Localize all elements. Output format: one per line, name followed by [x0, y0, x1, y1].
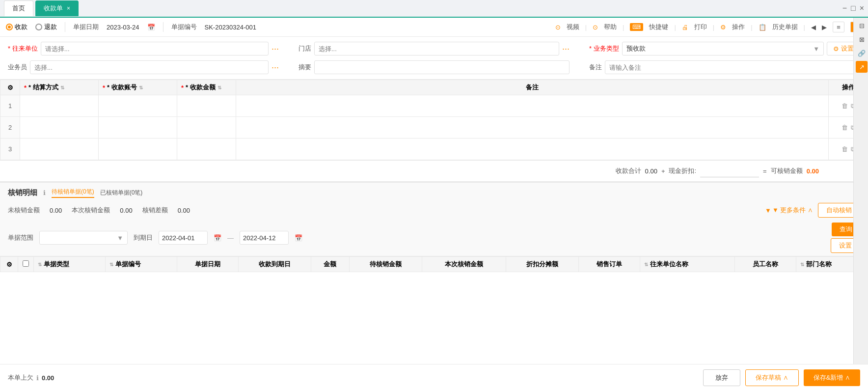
bottom-table-section: ⚙ ⇅ 单据类型 ⇅ 单据编号 [0, 256, 868, 272]
row3-delete-icon[interactable]: 🗑 [841, 145, 848, 153]
writeoff-section: 核销明细 ℹ 待核销单据(0笔) 已核销单据(0笔) 未核销金额 0.00 本次… [0, 182, 868, 256]
date-from-input[interactable] [159, 231, 208, 245]
col-settle-header: * * 结算方式 ⇅ [20, 80, 99, 95]
no-label: 单据编号 [171, 23, 197, 31]
store-input[interactable] [314, 42, 559, 56]
bt-col-cpart-sort[interactable]: ⇅ [644, 262, 648, 267]
row3-remark[interactable] [236, 139, 829, 160]
abandon-btn[interactable]: 放弃 [703, 369, 740, 386]
print-btn[interactable]: 打印 [694, 23, 707, 31]
counterpart-input[interactable] [41, 42, 269, 56]
window-controls: − □ × [842, 4, 864, 13]
tab-home[interactable]: 首页 [4, 0, 33, 16]
save-draft-btn[interactable]: 保存草稿 ∧ [745, 369, 799, 386]
sidebar-icon-1[interactable]: ⊟ [856, 20, 868, 31]
business-value: 预收款 [626, 44, 646, 53]
sort-settle[interactable]: ⇅ [60, 85, 64, 90]
unchecked-value: 0.00 [50, 207, 62, 214]
next-icon[interactable]: ▶ [822, 24, 827, 31]
bt-col-type-sort[interactable]: ⇅ [38, 262, 42, 267]
row1-amount[interactable] [177, 95, 236, 117]
bt-col-counterpart: ⇅ 往来单位名称 [640, 257, 734, 272]
help-btn[interactable]: 帮助 [604, 23, 617, 31]
calendar-to-icon[interactable]: 📅 [295, 234, 302, 242]
bt-col-date: 单据日期 [177, 257, 239, 272]
row2-account[interactable] [99, 117, 177, 139]
date-label: 单据日期 [73, 23, 99, 31]
row2-delete-icon[interactable]: 🗑 [841, 124, 848, 132]
done-tab[interactable]: 已核销单据(0笔) [100, 189, 143, 197]
bt-col-checkbox[interactable] [18, 257, 34, 272]
row3-account[interactable] [99, 139, 177, 160]
refund-radio-label: 退款 [44, 23, 57, 31]
sidebar-icon-3[interactable]: 🔗 [856, 47, 868, 59]
receipt-tab-close[interactable]: × [67, 5, 70, 12]
bt-col-staff: 员工名称 [735, 257, 796, 272]
diff-label: 核销差额 [142, 206, 168, 215]
col-account-label: * 收款账号 [107, 83, 137, 92]
bt-col-dept-sort[interactable]: ⇅ [800, 262, 804, 267]
sort-amount[interactable]: ⇅ [217, 85, 221, 90]
sidebar-icon-2[interactable]: ⊠ [856, 33, 868, 45]
video-btn[interactable]: 视频 [567, 23, 579, 31]
row2-amount[interactable] [177, 117, 236, 139]
calendar-icon[interactable]: 📅 [147, 24, 155, 31]
receipt-tab-label: 收款单 [44, 4, 63, 13]
pending-tab[interactable]: 待核销单据(0笔) [52, 188, 94, 198]
store-more[interactable]: ··· [562, 44, 570, 54]
date-to-input[interactable] [240, 231, 289, 245]
note-label: 备注 [589, 63, 602, 72]
row1-delete-icon[interactable]: 🗑 [841, 102, 848, 110]
row1-remark[interactable] [236, 95, 829, 117]
row1-account[interactable] [99, 95, 177, 117]
maximize-btn[interactable]: □ [851, 4, 856, 13]
range-select[interactable]: ▼ [39, 231, 128, 245]
operation-btn[interactable]: 操作 [732, 23, 745, 31]
refund-radio[interactable]: 退款 [35, 23, 57, 31]
row1-settle[interactable] [20, 95, 99, 117]
save-new-btn[interactable]: 保存&新增 ∧ [804, 369, 860, 386]
shortcut-btn[interactable]: 快捷键 [649, 23, 668, 31]
col-remark-label: 备注 [526, 84, 539, 91]
more-conditions[interactable]: ▼ ▼ 更多条件 ∧ [765, 206, 813, 215]
counterpart-more[interactable]: ··· [271, 44, 279, 54]
staff-more[interactable]: ··· [271, 62, 279, 73]
prev-icon[interactable]: ◀ [811, 24, 816, 31]
table-row: 3 🗑 ⧉ [0, 139, 868, 160]
summary-input[interactable] [314, 60, 570, 74]
bt-col-no-sort[interactable]: ⇅ [109, 262, 113, 267]
col-gear[interactable]: ⚙ [0, 80, 20, 95]
staff-input[interactable] [30, 60, 269, 74]
discount-label: 现金折扣: [669, 167, 696, 175]
diff-value: 0.00 [178, 207, 190, 214]
col-action-label: 操作 [842, 84, 855, 91]
receipt-radio[interactable]: 收款 [6, 23, 27, 31]
business-label: * 业务类型 [589, 44, 619, 53]
info-icon[interactable]: ℹ [43, 189, 46, 196]
minimize-btn[interactable]: − [842, 4, 847, 13]
row3-amount[interactable] [177, 139, 236, 160]
row2-settle[interactable] [20, 117, 99, 139]
discount-input[interactable] [700, 165, 759, 177]
sort-account[interactable]: ⇅ [139, 85, 143, 90]
note-input[interactable] [605, 60, 860, 74]
table-row: 1 🗑 ⧉ [0, 95, 868, 117]
bt-col-gear[interactable]: ⚙ [0, 257, 18, 272]
sidebar-icon-4[interactable]: ↗ [856, 61, 868, 73]
video-icon: ⊙ [555, 24, 561, 31]
info-circle[interactable]: ℹ [36, 374, 39, 382]
row3-settle[interactable] [20, 139, 99, 160]
bt-col-no: ⇅ 单据编号 [106, 257, 177, 272]
bt-col-amount: 金额 [311, 257, 350, 272]
current-value: 0.00 [120, 207, 132, 214]
history-btn[interactable]: 历史单据 [772, 23, 798, 31]
tab-receipt[interactable]: 收款单 × [35, 0, 79, 16]
select-all-checkbox[interactable] [23, 260, 29, 267]
row2-remark[interactable] [236, 117, 829, 139]
unchecked-label: 未核销金额 [8, 206, 40, 215]
layout-list-btn[interactable]: ≡ [833, 22, 844, 32]
calendar-from-icon[interactable]: 📅 [214, 234, 221, 242]
row2-num: 2 [0, 117, 20, 139]
receipt-radio-dot [6, 24, 13, 30]
close-btn[interactable]: × [860, 4, 864, 13]
